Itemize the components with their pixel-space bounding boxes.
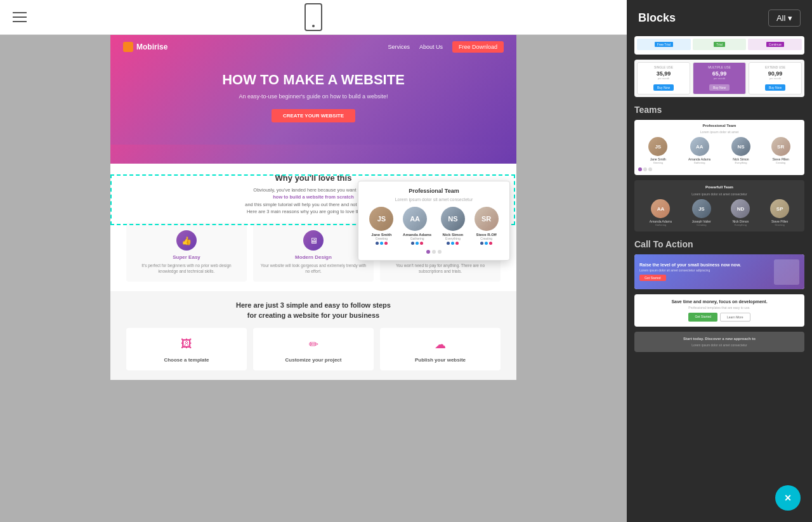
step-icon-3: ☁ xyxy=(431,336,449,353)
block-preview-pricing[interactable]: SINGLE USE 35,99 per month Buy Now MULTI… xyxy=(634,60,804,97)
team-preview-title-1: Professional Team xyxy=(638,124,801,127)
block-preview-team-professional[interactable]: Professional Team Lorem ipsum dolor sit … xyxy=(634,120,804,175)
step-icon-2: ✏ xyxy=(304,336,322,353)
team-role-1: Greeting xyxy=(369,237,393,240)
hero-bottom xyxy=(110,145,516,164)
block-preview-cta-2[interactable]: Save time and money, focus on developmen… xyxy=(634,294,804,327)
feature-desc-2: Your website will look gorgeous and extr… xyxy=(258,263,369,274)
team-avatar-1: JS xyxy=(369,207,393,231)
feature-desc-3: You won't need to pay for anything. Ther… xyxy=(385,263,495,274)
team-popup: Professional Team Lorem ipsum dolor sit … xyxy=(358,181,510,261)
hamburger-line-3 xyxy=(13,21,27,22)
step-customize: ✏ Customize your project xyxy=(253,328,374,370)
right-sidebar: Blocks All ▾ Free Trial Trial Continue xyxy=(627,0,812,522)
price-multiple-use: MULTIPLE USE 65,99 per month Buy Now xyxy=(693,62,746,95)
block-preview-free-trial[interactable]: Free Trial Trial Continue xyxy=(634,36,804,55)
feature-desc-1: It's perfect for beginners with no prior… xyxy=(131,263,242,274)
feature-super-easy: 👍 Super Easy It's perfect for beginners … xyxy=(126,223,247,282)
team-social-4 xyxy=(475,242,499,245)
sidebar-title: Blocks xyxy=(638,11,676,25)
hero-section: Mobirise Services About Us Free Download… xyxy=(110,35,516,164)
block-preview-cta-3[interactable]: Start today. Discover a new approach to … xyxy=(634,332,804,352)
hero-nav-links: Services About Us Free Download xyxy=(388,41,504,53)
nav-services: Services xyxy=(388,44,410,50)
team-avatar-4: SR xyxy=(475,207,499,231)
team-social-1 xyxy=(369,242,393,245)
cta-sub-1: Lorem ipsum dolor sit amet consectetur a… xyxy=(639,268,774,272)
steps-title: Here are just 3 simple and easy to follo… xyxy=(126,301,501,320)
cta-section-label: Call To Action xyxy=(634,239,804,249)
toolbar xyxy=(0,0,627,35)
steps-grid: 🖼 Choose a template ✏ Customize your pro… xyxy=(126,328,501,370)
step-title-3: Publish your website xyxy=(385,357,495,363)
main-area: Mobirise Services About Us Free Download… xyxy=(0,0,627,522)
hero-logo: Mobirise xyxy=(123,42,167,52)
nav-about: About Us xyxy=(419,44,443,50)
cta2-title: Save time and money, focus on developmen… xyxy=(639,299,799,304)
feature-icon-2: 🖥 xyxy=(303,230,324,251)
step-title-2: Customize your project xyxy=(258,357,369,363)
feature-title-1: Super Easy xyxy=(131,254,242,260)
cta2-secondary-btn[interactable]: Learn More xyxy=(720,313,750,322)
steps-section: Here are just 3 simple and easy to follo… xyxy=(110,291,516,380)
hero-subtitle: An easy-to-use beginner's guide on how t… xyxy=(136,93,491,100)
team-member-1: JS Jane Smith Greeting xyxy=(369,207,393,245)
hero-nav: Mobirise Services About Us Free Download xyxy=(110,35,516,59)
teams-section-label: Teams xyxy=(634,105,804,115)
hamburger-line-1 xyxy=(13,12,27,13)
sidebar-content: Free Trial Trial Continue SINGLE USE 35,… xyxy=(627,36,812,365)
price-extend-use: EXTEND USE 90,99 per month Buy Now xyxy=(749,62,802,95)
step-choose-template: 🖼 Choose a template xyxy=(126,328,247,370)
hero-title: HOW TO MAKE A WEBSITE xyxy=(136,72,491,88)
step-icon-1: 🖼 xyxy=(178,336,195,353)
team-popup-subtitle: Lorem ipsum dolor sit amet consectetur xyxy=(365,197,503,202)
sidebar-header: Blocks All ▾ xyxy=(627,0,812,36)
phone-dot xyxy=(312,25,315,27)
team-role-3: Everything xyxy=(441,237,465,240)
feature-title-2: Modern Design xyxy=(258,254,369,260)
team-social-2 xyxy=(403,242,431,245)
nav-cta-button[interactable]: Free Download xyxy=(452,41,504,53)
team-powerful-title: Powerfull Team xyxy=(639,185,799,189)
team-role-2: Gathering xyxy=(403,237,431,240)
block-preview-team-powerful[interactable]: Powerfull Team Lorem ipsum dolor sit ame… xyxy=(634,180,804,232)
phone-icon[interactable] xyxy=(304,3,322,31)
team-member-4: SR Steve R.Off Creating xyxy=(475,207,499,245)
cta2-sub: Professional templates that are easy to … xyxy=(639,306,799,310)
team-member-3: NS Nick Simon Everything xyxy=(441,207,465,245)
feature-icon-1: 👍 xyxy=(176,230,197,251)
feature-modern-design: 🖥 Modern Design Your website will look g… xyxy=(253,223,374,282)
cta2-buttons: Get Started Learn More xyxy=(639,313,799,322)
cta-text-1: Raise the level of your small business n… xyxy=(639,263,774,267)
team-powerful-members: AA Amanda Adams Gathering JS Joseph Vali… xyxy=(639,199,799,226)
close-fab-button[interactable]: × xyxy=(775,485,801,511)
website-preview: Mobirise Services About Us Free Download… xyxy=(110,35,516,380)
team-members: JS Jane Smith Greeting AA Amanda Adams G… xyxy=(365,207,503,245)
team-avatar-2: AA xyxy=(403,207,427,231)
step-publish: ☁ Publish your website xyxy=(380,328,501,370)
team-popup-title: Professional Team xyxy=(365,188,503,194)
cta2-primary-btn[interactable]: Get Started xyxy=(688,313,717,322)
hero-logo-icon xyxy=(123,42,133,52)
price-single-use: SINGLE USE 35,99 per month Buy Now xyxy=(637,62,690,95)
hamburger-menu[interactable] xyxy=(13,12,27,22)
step-title-1: Choose a template xyxy=(131,357,242,363)
hamburger-line-2 xyxy=(13,16,27,18)
team-popup-nav xyxy=(365,250,503,254)
team-role-4: Creating xyxy=(475,237,499,240)
team-avatar-3: NS xyxy=(441,207,465,231)
hero-cta-button[interactable]: CREATE YOUR WEBSITE xyxy=(272,109,355,122)
team-social-3 xyxy=(441,242,465,245)
team-preview-members-1: JS Jane Smith Greeting AA Amanda Adams G… xyxy=(638,137,801,164)
team-member-2: AA Amanda Adams Gathering xyxy=(403,207,431,245)
hero-content: HOW TO MAKE A WEBSITE An easy-to-use beg… xyxy=(110,59,516,145)
all-filter-button[interactable]: All ▾ xyxy=(768,10,801,27)
block-preview-cta-1[interactable]: Raise the level of your small business n… xyxy=(634,254,804,289)
team-preview-subtitle-1: Lorem ipsum dolor sit amet xyxy=(638,130,801,134)
